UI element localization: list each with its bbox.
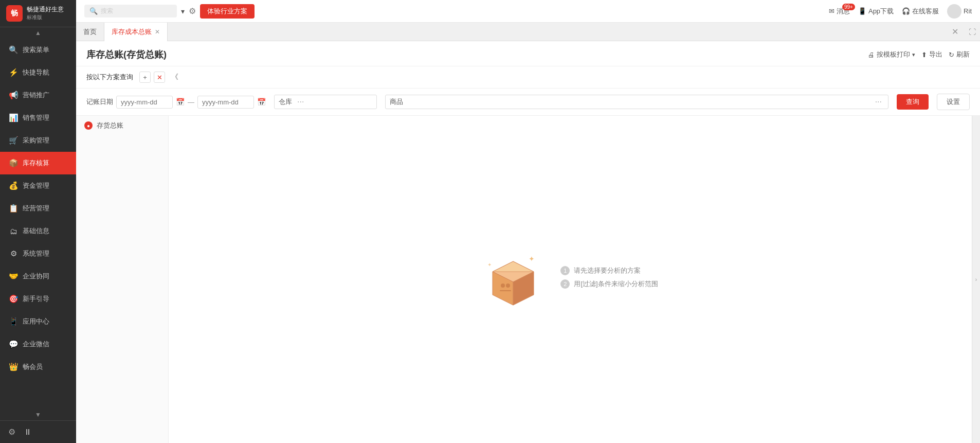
inventory-icon: 📦 [8,158,19,168]
remove-filter-button[interactable]: ✕ [154,72,165,83]
warehouse-more-icon[interactable]: ··· [295,97,306,107]
add-filter-button[interactable]: + [139,72,151,83]
sidebar-label-marketing: 营销推广 [23,91,49,100]
trial-button[interactable]: 体验行业方案 [200,4,255,19]
app-download-item[interactable]: 📱 App下载 [858,7,894,16]
sidebar-item-inventory[interactable]: 📦 库存核算 [0,152,76,174]
user-name: Rit [964,7,972,15]
calendar-end-icon[interactable]: 📅 [257,98,266,106]
sidebar-scroll-up[interactable]: ▲ [0,27,76,39]
sidebar-label-basic: 基础信息 [23,226,49,236]
chevron-down-icon: ▾ [912,51,915,58]
filter-action-icons: + ✕ [139,72,165,83]
sidebar-footer: ⚙ ⏸ [0,420,76,443]
goods-more-icon[interactable]: ··· [873,97,884,107]
calendar-start-icon[interactable]: 📅 [176,98,185,106]
svg-point-5 [506,283,510,288]
svg-marker-3 [493,261,534,272]
empty-state: ✦ ✦ 1 请先选择要分析的方案 2 用[过滤]条件来缩小分析范围 [169,116,972,443]
sidebar-item-shortcut[interactable]: ⚡ 快捷导航 [0,61,76,84]
sidebar-item-system[interactable]: ⚙ 系统管理 [0,242,76,265]
sidebar-item-marketing[interactable]: 📢 营销推广 [0,84,76,107]
search-box[interactable]: 🔍 搜索 [84,5,177,17]
sidebar-item-operation[interactable]: 📋 经营管理 [0,197,76,220]
warehouse-field[interactable]: 仓库 ··· [274,95,377,109]
wechat-icon: 💬 [8,339,19,349]
sidebar-item-member[interactable]: 👑 畅会员 [0,356,76,378]
filter-label: 按以下方案查询 [86,73,133,82]
empty-texts: 1 请先选择要分析的方案 2 用[过滤]条件来缩小分析范围 [560,266,658,293]
filter-left-panel: ● 存货总账 [76,116,169,443]
sidebar-item-purchase[interactable]: 🛒 采购管理 [0,129,76,152]
content-area: 库存总账(存货总账) 🖨 按模板打印 ▾ ⬆ 导出 ↻ 刷新 按以下方案查询 [76,41,980,443]
message-item[interactable]: ✉ 消息 99+ [829,7,850,16]
sidebar-item-finance[interactable]: 💰 资金管理 [0,174,76,197]
purchase-icon: 🛒 [8,135,19,146]
step-num-1: 1 [560,266,570,275]
corp-icon: 🤝 [8,271,19,281]
right-panel-toggle[interactable]: › [972,116,980,443]
filter-top-bar: 按以下方案查询 + ✕ 《 [76,66,980,88]
filter-left-item-inventory[interactable]: ● 存货总账 [76,116,168,135]
phone-icon: 📱 [858,7,866,15]
filter-collapse-icon[interactable]: 《 [171,73,178,82]
print-button[interactable]: 🖨 按模板打印 ▾ [868,50,915,59]
date-field: 记账日期 📅 — 📅 [86,96,266,109]
tab-home[interactable]: 首页 [76,23,104,41]
main-area: 🔍 搜索 ▾ ⚙ 体验行业方案 ✉ 消息 99+ 📱 App下载 🎧 在线客服 … [76,0,980,443]
system-icon: ⚙ [8,249,19,259]
sidebar-label-newbie: 新手引导 [23,294,49,304]
finance-icon: 💰 [8,181,19,191]
sidebar-label-system: 系统管理 [23,249,49,258]
headset-icon: 🎧 [902,7,910,15]
operation-icon: 📋 [8,203,19,214]
sidebar-label-wechat: 企业微信 [23,340,49,349]
tab-inventory-ledger[interactable]: 库存成本总账 ✕ [104,23,168,41]
date-separator: — [188,98,194,106]
step-num-2: 2 [560,279,570,289]
export-button[interactable]: ⬆ 导出 [921,50,942,59]
sidebar-scroll-down[interactable]: ▼ [0,409,76,420]
sidebar-item-newbie[interactable]: 🎯 新手引导 [0,288,76,310]
set-button[interactable]: 设置 [937,94,970,110]
topbar-right: ✉ 消息 99+ 📱 App下载 🎧 在线客服 Rit [829,4,972,19]
sidebar-item-apps[interactable]: 📱 应用中心 [0,310,76,333]
sidebar-item-search[interactable]: 🔍 搜索菜单 [0,39,76,61]
toggle-icon[interactable]: ⏸ [24,428,32,437]
goods-field[interactable]: 商品 ··· [385,95,888,109]
search-placeholder: 搜索 [101,7,113,15]
search-icon: 🔍 [8,45,19,55]
panel-close-icon[interactable]: ✕ [946,27,965,37]
topbar: 🔍 搜索 ▾ ⚙ 体验行业方案 ✉ 消息 99+ 📱 App下载 🎧 在线客服 … [76,0,980,23]
query-button[interactable]: 查询 [897,94,929,110]
logo-text-block: 畅捷通好生意 标准版 [27,6,64,21]
user-item[interactable]: Rit [947,4,972,19]
dropdown-icon[interactable]: ▾ [181,7,185,15]
goods-label: 商品 [390,97,403,107]
panel-expand-icon[interactable]: ⛶ [965,28,980,36]
svg-text:✦: ✦ [529,255,535,263]
gear-icon[interactable]: ⚙ [189,6,196,16]
date-start-input[interactable] [116,96,173,109]
sidebar-label-finance: 资金管理 [23,181,49,190]
sidebar-item-basic[interactable]: 🗂 基础信息 [0,220,76,242]
filter-panel: ● 存货总账 [76,116,980,443]
sidebar-label-member: 畅会员 [23,362,43,371]
app-download-label: App下载 [868,7,894,16]
tab-close-icon[interactable]: ✕ [155,28,160,36]
sidebar-label-sales: 销售管理 [23,113,49,122]
logo-icon: 畅 [6,5,23,22]
sidebar-item-sales[interactable]: 📊 销售管理 [0,107,76,129]
online-consult-item[interactable]: 🎧 在线客服 [902,7,939,16]
refresh-button[interactable]: ↻ 刷新 [949,50,970,59]
sidebar-item-corp[interactable]: 🤝 企业协同 [0,265,76,288]
settings-icon[interactable]: ⚙ [8,427,15,437]
sidebar-item-wechat[interactable]: 💬 企业微信 [0,333,76,356]
sidebar-logo: 畅 畅捷通好生意 标准版 [0,0,76,27]
date-end-input[interactable] [197,96,254,109]
sidebar-label-corp: 企业协同 [23,272,49,281]
online-consult-label: 在线客服 [912,7,939,16]
refresh-icon: ↻ [949,51,954,59]
avatar [947,4,961,19]
sidebar-label-apps: 应用中心 [23,317,49,326]
